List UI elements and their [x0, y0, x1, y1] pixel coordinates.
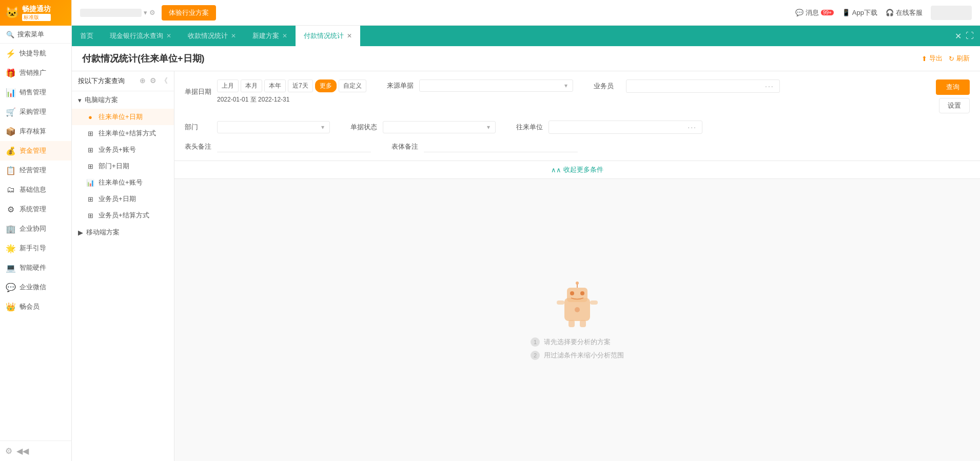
tab-new-close[interactable]: ✕	[282, 32, 287, 39]
collapse-btn[interactable]: ∧∧ 收起更多条件	[551, 165, 603, 174]
empty-state: 1 请先选择要分析的方案 2 用过滤条件来缩小分析范围	[531, 280, 624, 360]
sidebar-item-finance[interactable]: 💰 资金管理	[0, 141, 71, 161]
scheme-item-5[interactable]: ⊞ 业务员+日期	[72, 191, 174, 207]
inventory-icon: 📦	[6, 127, 15, 136]
search-label: 搜索菜单	[17, 30, 44, 39]
tab-new[interactable]: 新建方案 ✕	[244, 26, 296, 46]
sidebar-item-basicinfo[interactable]: 🗂 基础信息	[0, 180, 71, 199]
filter-row-1-fields: 单据日期 上月 本月 本年 近7天 更多 自定义	[185, 79, 936, 104]
main-area: ▾ ⚙ 体验行业方案 💬 消息 99+ 📱 App下载 🎧 在线客服	[72, 0, 980, 461]
sidebar-item-marketing[interactable]: 🎁 营销推广	[0, 63, 71, 83]
headernote-input[interactable]	[217, 141, 371, 152]
expand-tab-icon[interactable]: ⛶	[966, 31, 974, 41]
chevron-up-icon: ∧∧	[551, 166, 561, 174]
hardware-label: 智能硬件	[19, 263, 46, 272]
sidebar-item-operation[interactable]: 📋 经营管理	[0, 161, 71, 180]
date-btn-lastmonth[interactable]: 上月	[217, 79, 239, 92]
sidebar-item-guide[interactable]: 🌟 新手引导	[0, 238, 71, 258]
salesman-select[interactable]: ···	[626, 79, 780, 93]
app-download-btn[interactable]: 📱 App下载	[842, 8, 877, 17]
date-btn-more[interactable]: 更多	[315, 79, 337, 92]
guide-label: 新手引导	[19, 244, 46, 253]
collapse-label: 收起更多条件	[563, 165, 603, 174]
sidebar-item-inventory[interactable]: 📦 库存核算	[0, 122, 71, 141]
left-panel-title: 按以下方案查询	[78, 76, 125, 86]
scheme-item-2[interactable]: ⊞ 业务员+账号	[72, 142, 174, 158]
enterprise-icon: 🏢	[6, 224, 15, 233]
settings-icon[interactable]: ⚙	[149, 9, 155, 16]
nav-label: 快捷导航	[19, 49, 46, 58]
add-scheme-icon[interactable]: ⊕	[140, 76, 146, 86]
filter-dept-item: 部门 ▾	[185, 121, 330, 133]
date-btn-thismonth[interactable]: 本月	[241, 79, 262, 92]
docstatus-select[interactable]: ▾	[383, 121, 496, 133]
basicinfo-label: 基础信息	[19, 185, 46, 194]
date-btn-custom[interactable]: 自定义	[339, 79, 366, 92]
date-btn-thisyear[interactable]: 本年	[264, 79, 286, 92]
sidebar-item-purchase[interactable]: 🛒 采购管理	[0, 102, 71, 122]
dept-select[interactable]: ▾	[217, 121, 330, 133]
scheme-item-1[interactable]: ⊞ 往来单位+结算方式	[72, 125, 174, 142]
svg-point-5	[576, 282, 579, 285]
try-industry-btn[interactable]: 体验行业方案	[162, 5, 216, 21]
scheme-item-6[interactable]: ⊞ 业务员+结算方式	[72, 207, 174, 224]
filter-settings-btn[interactable]: 设置	[939, 98, 970, 113]
page-header: 付款情况统计(往来单位+日期) ⬆ 导出 ↻ 刷新	[72, 46, 980, 71]
messages-label: 消息	[806, 8, 819, 17]
settings-scheme-icon[interactable]: ⚙	[150, 76, 156, 86]
tab-home[interactable]: 首页	[72, 26, 102, 46]
search-icon: 🔍	[6, 31, 14, 38]
tab-bank[interactable]: 现金银行流水查询 ✕	[102, 26, 180, 46]
tab-income[interactable]: 收款情况统计 ✕	[180, 26, 244, 46]
date-btn-7days[interactable]: 近7天	[288, 79, 313, 92]
collapse-left-icon[interactable]: 《	[161, 76, 168, 86]
topbar-actions: 💬 消息 99+ 📱 App下载 🎧 在线客服	[795, 6, 972, 20]
bodynote-input[interactable]	[424, 141, 578, 152]
tab-payment-close[interactable]: ✕	[347, 32, 352, 39]
scheme-icon-2: ⊞	[86, 146, 94, 154]
tip-num-2: 2	[531, 351, 540, 360]
salesman-dots-icon[interactable]: ···	[765, 82, 774, 90]
collapse-sidebar-btn[interactable]: ◀◀	[16, 446, 29, 456]
scheme-icon-4: 📊	[86, 178, 94, 187]
download-icon: 📱	[842, 9, 850, 16]
tab-income-close[interactable]: ✕	[231, 32, 236, 39]
sidebar-item-sales[interactable]: 📊 销售管理	[0, 83, 71, 102]
source-select[interactable]: ▾	[419, 79, 573, 92]
scheme-item-0[interactable]: ● 往来单位+日期	[72, 109, 174, 125]
scheme-group-mobile-label: 移动端方案	[86, 228, 120, 237]
sidebar-item-search[interactable]: 🔍 搜索菜单	[0, 26, 71, 44]
close-all-tabs-icon[interactable]: ✕	[955, 31, 962, 41]
sidebar-item-nav[interactable]: ⚡ 快捷导航	[0, 44, 71, 63]
sidebar-item-wechat[interactable]: 💬 企业微信	[0, 277, 71, 297]
sidebar-item-member[interactable]: 👑 畅会员	[0, 297, 71, 316]
online-service-btn[interactable]: 🎧 在线客服	[886, 8, 923, 17]
collapse-row: ∧∧ 收起更多条件	[174, 161, 980, 178]
counterparty-select[interactable]: ···	[548, 121, 702, 134]
tab-bank-close[interactable]: ✕	[166, 32, 171, 39]
filter-headernote-item: 表头备注	[185, 141, 371, 152]
messages-btn[interactable]: 💬 消息 99+	[795, 8, 834, 17]
purchase-label: 采购管理	[19, 107, 46, 116]
export-btn[interactable]: ⬆ 导出	[922, 54, 943, 63]
query-btn[interactable]: 查询	[936, 79, 970, 95]
filter-right-actions: 查询 设置	[936, 79, 970, 113]
tab-payment[interactable]: 付款情况统计 ✕	[296, 26, 360, 46]
expand-mobile-icon: ▶	[78, 229, 83, 236]
sidebar-item-system[interactable]: ⚙ 系统管理	[0, 199, 71, 219]
sidebar-item-hardware[interactable]: 💻 智能硬件	[0, 258, 71, 277]
filter-salesman-item: 业务员 ···	[594, 79, 780, 93]
scheme-group-mobile-header[interactable]: ▶ 移动端方案	[72, 224, 174, 241]
user-avatar[interactable]	[931, 6, 972, 20]
export-label: 导出	[929, 54, 943, 63]
empty-tip-2: 2 用过滤条件来缩小分析范围	[531, 351, 624, 360]
refresh-btn[interactable]: ↻ 刷新	[949, 54, 970, 63]
sidebar-item-enterprise[interactable]: 🏢 企业协同	[0, 219, 71, 238]
settings-footer-btn[interactable]: ⚙	[5, 446, 12, 456]
docstatus-chevron-icon: ▾	[487, 124, 490, 131]
counterparty-dots-icon[interactable]: ···	[688, 123, 697, 131]
scheme-item-3[interactable]: ⊞ 部门+日期	[72, 158, 174, 174]
scheme-group-pc-header[interactable]: ▾ 电脑端方案	[72, 91, 174, 109]
online-service-label: 在线客服	[896, 8, 923, 17]
scheme-item-4[interactable]: 📊 往来单位+账号	[72, 174, 174, 191]
